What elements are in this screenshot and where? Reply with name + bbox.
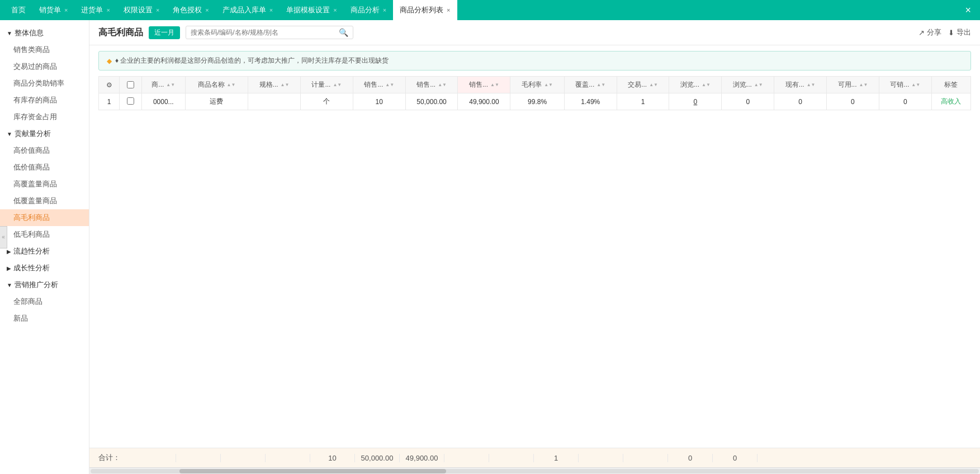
cell-seq: 1 bbox=[99, 93, 120, 110]
sidebar-item-high-margin[interactable]: 高毛利商品 bbox=[0, 209, 89, 226]
close-icon[interactable]: × bbox=[106, 7, 110, 13]
cell-gross-rate: 99.8% bbox=[510, 93, 564, 110]
sidebar: « ▼ 整体信息 销售类商品 交易过的商品 商品分类助销率 有库存的商品 库存资… bbox=[0, 20, 89, 474]
close-icon[interactable]: × bbox=[156, 7, 159, 13]
footer-cell-empty8 bbox=[623, 454, 668, 462]
sort-icon[interactable]: ▲▼ bbox=[385, 83, 394, 87]
sidebar-group-contribution[interactable]: ▼ 贡献量分析 bbox=[0, 125, 89, 142]
cell-check bbox=[120, 93, 142, 110]
export-button[interactable]: ⬇ 导出 bbox=[948, 27, 971, 37]
col-stock-salable[interactable]: 可销... ▲▼ bbox=[879, 77, 931, 93]
nav-tab-inbound[interactable]: 产成品入库单 × bbox=[216, 0, 280, 20]
chevron-right-icon: ▶ bbox=[7, 265, 11, 271]
close-icon[interactable]: × bbox=[447, 7, 450, 13]
sidebar-item-low-coverage[interactable]: 低覆盖量商品 bbox=[0, 193, 89, 209]
col-gross-rate[interactable]: 毛利率 ▲▼ bbox=[510, 77, 564, 93]
nav-tab-permissions[interactable]: 权限设置 × bbox=[117, 0, 166, 20]
cell-views1: 0 bbox=[669, 93, 722, 110]
sidebar-collapse-button[interactable]: « bbox=[0, 226, 7, 248]
col-code[interactable]: 商... ▲▼ bbox=[141, 77, 185, 93]
sidebar-item-sales-goods[interactable]: 销售类商品 bbox=[0, 41, 89, 58]
chevron-down-icon: ▼ bbox=[7, 30, 12, 36]
col-stock-available[interactable]: 可用... ▲▼ bbox=[827, 77, 879, 93]
col-transactions[interactable]: 交易... ▲▼ bbox=[617, 77, 669, 93]
col-sales-amount[interactable]: 销售... ▲▼ bbox=[405, 77, 458, 93]
horizontal-scrollbar[interactable] bbox=[89, 467, 980, 474]
col-views2[interactable]: 浏览... ▲▼ bbox=[722, 77, 774, 93]
footer-cell-empty5 bbox=[444, 454, 489, 462]
sidebar-item-in-stock-goods[interactable]: 有库存的商品 bbox=[0, 92, 89, 109]
col-tag: 标签 bbox=[931, 77, 970, 93]
sidebar-item-stock-capital[interactable]: 库存资金占用 bbox=[0, 109, 89, 125]
sort-icon[interactable]: ▲▼ bbox=[754, 83, 763, 87]
sort-icon[interactable]: ▲▼ bbox=[596, 83, 605, 87]
col-check bbox=[120, 77, 142, 93]
search-box: 🔍 bbox=[186, 26, 353, 39]
sort-icon[interactable]: ▲▼ bbox=[807, 83, 816, 87]
select-all-checkbox[interactable] bbox=[127, 81, 134, 88]
close-icon[interactable]: × bbox=[383, 7, 386, 13]
sort-icon[interactable]: ▲▼ bbox=[166, 83, 175, 87]
col-sales-profit[interactable]: 销售... ▲▼ bbox=[458, 77, 510, 93]
col-stock-current[interactable]: 现有... ▲▼ bbox=[774, 77, 827, 93]
share-button[interactable]: ↗ 分享 bbox=[919, 27, 941, 37]
sort-icon[interactable]: ▲▼ bbox=[859, 83, 868, 87]
sidebar-item-new-goods[interactable]: 新品 bbox=[0, 310, 89, 327]
search-icon: 🔍 bbox=[339, 28, 348, 37]
nav-tab-template[interactable]: 单据模板设置 × bbox=[280, 0, 343, 20]
sort-icon[interactable]: ▲▼ bbox=[281, 83, 290, 87]
window-close-button[interactable]: × bbox=[960, 4, 976, 16]
close-icon[interactable]: × bbox=[205, 7, 209, 13]
sidebar-item-all-goods[interactable]: 全部商品 bbox=[0, 293, 89, 310]
row-checkbox[interactable] bbox=[127, 97, 134, 105]
sidebar-item-low-value[interactable]: 低价值商品 bbox=[0, 159, 89, 176]
footer-cells: 10 50,000.00 49,900.00 1 0 0 bbox=[131, 454, 971, 462]
sidebar-group-marketing[interactable]: ▼ 营销推广分析 bbox=[0, 276, 89, 293]
col-unit[interactable]: 计量... ▲▼ bbox=[300, 77, 353, 93]
sidebar-group-trend[interactable]: ▶ 流趋性分析 bbox=[0, 243, 89, 260]
time-filter-button[interactable]: 近一月 bbox=[149, 26, 180, 39]
close-icon[interactable]: × bbox=[269, 7, 273, 13]
sort-icon[interactable]: ▲▼ bbox=[333, 83, 342, 87]
settings-icon[interactable]: ⚙ bbox=[106, 81, 112, 89]
share-icon: ↗ bbox=[919, 29, 925, 37]
scroll-thumb[interactable] bbox=[179, 469, 446, 473]
sort-icon[interactable]: ▲▼ bbox=[702, 83, 711, 87]
close-icon[interactable]: × bbox=[333, 7, 337, 13]
footer-cell-empty6 bbox=[489, 454, 534, 462]
footer-cell-empty3 bbox=[221, 454, 266, 462]
nav-tab-purchase[interactable]: 进货单 × bbox=[74, 0, 116, 20]
nav-tab-roles[interactable]: 角色授权 × bbox=[166, 0, 215, 20]
sort-icon[interactable]: ▲▼ bbox=[544, 83, 553, 87]
sort-icon[interactable]: ▲▼ bbox=[490, 83, 499, 87]
sort-icon[interactable]: ▲▼ bbox=[649, 83, 658, 87]
col-name[interactable]: 商品名称 ▲▼ bbox=[185, 77, 248, 93]
close-icon[interactable]: × bbox=[64, 7, 68, 13]
sort-icon[interactable]: ▲▼ bbox=[911, 83, 920, 87]
col-spec[interactable]: 规格... ▲▼ bbox=[248, 77, 301, 93]
chevron-down-icon: ▼ bbox=[7, 282, 12, 288]
cell-coverage: 1.49% bbox=[564, 93, 617, 110]
col-coverage[interactable]: 覆盖... ▲▼ bbox=[564, 77, 617, 93]
info-banner: ◆ ♦ 企业的主要的利润都是这部分商品创造的，可考虑加大推广，同时关注库存是不要… bbox=[98, 51, 971, 71]
nav-tab-home[interactable]: 首页 bbox=[4, 0, 32, 20]
sort-icon[interactable]: ▲▼ bbox=[438, 83, 447, 87]
sidebar-group-growth[interactable]: ▶ 成长性分析 bbox=[0, 260, 89, 276]
nav-tab-analysis[interactable]: 商品分析 × bbox=[344, 0, 393, 20]
search-input[interactable] bbox=[191, 29, 339, 36]
col-views1[interactable]: 浏览... ▲▼ bbox=[669, 77, 722, 93]
sidebar-item-high-coverage[interactable]: 高覆盖量商品 bbox=[0, 176, 89, 193]
sidebar-item-traded-goods[interactable]: 交易过的商品 bbox=[0, 58, 89, 75]
nav-tab-sales[interactable]: 销货单 × bbox=[32, 0, 74, 20]
footer-cell-empty4 bbox=[266, 454, 310, 462]
top-nav: 首页 销货单 × 进货单 × 权限设置 × 角色授权 × 产成品入库单 × 单据… bbox=[0, 0, 980, 20]
sidebar-group-overall[interactable]: ▼ 整体信息 bbox=[0, 25, 89, 41]
sidebar-item-high-value[interactable]: 高价值商品 bbox=[0, 142, 89, 159]
sidebar-item-low-margin[interactable]: 低毛利商品 bbox=[0, 226, 89, 243]
nav-tab-analysis-list[interactable]: 商品分析列表 × bbox=[393, 0, 457, 20]
sort-icon[interactable]: ▲▼ bbox=[227, 83, 236, 87]
sidebar-item-category-sales-rate[interactable]: 商品分类助销率 bbox=[0, 75, 89, 92]
footer-cell-stock-current: 0 bbox=[668, 454, 713, 462]
col-sales-qty[interactable]: 销售... ▲▼ bbox=[353, 77, 405, 93]
views1-link[interactable]: 0 bbox=[694, 98, 698, 106]
